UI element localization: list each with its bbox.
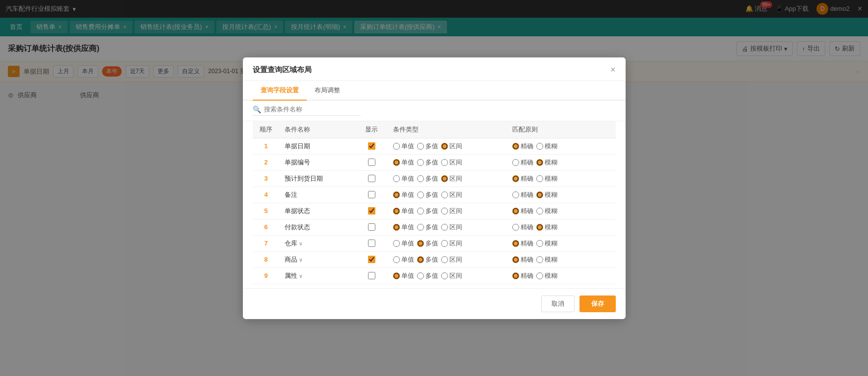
show-checkbox[interactable] (368, 175, 375, 182)
type-radio-单值[interactable] (393, 175, 400, 182)
show-checkbox[interactable] (368, 142, 375, 150)
type-option-区间[interactable]: 区间 (441, 142, 462, 151)
type-option-区间[interactable]: 区间 (441, 158, 462, 167)
type-radio-区间[interactable] (441, 191, 448, 198)
type-option-多值[interactable]: 多值 (417, 223, 438, 232)
show-checkbox[interactable] (368, 272, 375, 279)
type-radio-单值[interactable] (393, 272, 400, 279)
type-option-区间[interactable]: 区间 (441, 271, 462, 280)
match-radio-模糊[interactable] (536, 224, 543, 231)
type-radio-多值[interactable] (417, 208, 424, 215)
show-checkbox[interactable] (368, 191, 375, 198)
row-show[interactable] (355, 187, 388, 203)
match-option-精确[interactable]: 精确 (512, 158, 533, 167)
type-option-多值[interactable]: 多值 (417, 271, 438, 280)
type-option-区间[interactable]: 区间 (441, 255, 462, 264)
type-radio-多值[interactable] (417, 143, 424, 150)
type-radio-单值[interactable] (393, 159, 400, 166)
match-option-精确[interactable]: 精确 (512, 142, 533, 151)
tab-layout[interactable]: 布局调整 (307, 81, 348, 101)
type-radio-多值[interactable] (417, 240, 424, 247)
match-radio-精确[interactable] (512, 191, 519, 198)
match-radio-模糊[interactable] (536, 159, 543, 166)
match-option-模糊[interactable]: 模糊 (536, 255, 557, 264)
row-show[interactable] (355, 203, 388, 219)
row-show[interactable] (355, 251, 388, 268)
type-radio-区间[interactable] (441, 143, 448, 150)
match-option-精确[interactable]: 精确 (512, 174, 533, 183)
show-checkbox[interactable] (368, 256, 375, 263)
type-option-单值[interactable]: 单值 (393, 271, 414, 280)
type-option-多值[interactable]: 多值 (417, 158, 438, 167)
match-radio-精确[interactable] (512, 240, 519, 247)
type-option-区间[interactable]: 区间 (441, 207, 462, 215)
type-radio-多值[interactable] (417, 256, 424, 263)
type-radio-区间[interactable] (441, 224, 448, 231)
match-radio-精确[interactable] (512, 208, 519, 215)
search-input[interactable] (264, 106, 352, 113)
type-option-多值[interactable]: 多值 (417, 207, 438, 215)
match-radio-精确[interactable] (512, 159, 519, 166)
type-option-多值[interactable]: 多值 (417, 255, 438, 264)
type-option-单值[interactable]: 单值 (393, 174, 414, 183)
match-radio-模糊[interactable] (536, 143, 543, 150)
type-option-单值[interactable]: 单值 (393, 255, 414, 264)
match-radio-模糊[interactable] (536, 240, 543, 247)
match-radio-模糊[interactable] (536, 272, 543, 279)
modal-close-button[interactable]: × (610, 65, 616, 74)
type-option-区间[interactable]: 区间 (441, 239, 462, 248)
match-radio-精确[interactable] (512, 224, 519, 231)
match-option-精确[interactable]: 精确 (512, 271, 533, 280)
cancel-button[interactable]: 取消 (541, 295, 575, 312)
type-option-单值[interactable]: 单值 (393, 239, 414, 248)
match-option-模糊[interactable]: 模糊 (536, 223, 557, 232)
match-option-模糊[interactable]: 模糊 (536, 271, 557, 280)
type-option-单值[interactable]: 单值 (393, 190, 414, 199)
type-radio-单值[interactable] (393, 256, 400, 263)
match-option-模糊[interactable]: 模糊 (536, 239, 557, 248)
row-show[interactable] (355, 268, 388, 284)
type-option-区间[interactable]: 区间 (441, 174, 462, 183)
match-option-精确[interactable]: 精确 (512, 223, 533, 232)
type-radio-区间[interactable] (441, 256, 448, 263)
match-option-模糊[interactable]: 模糊 (536, 207, 557, 215)
row-show[interactable] (355, 138, 388, 154)
match-option-模糊[interactable]: 模糊 (536, 190, 557, 199)
row-show[interactable] (355, 284, 388, 288)
show-checkbox[interactable] (368, 240, 375, 247)
type-radio-单值[interactable] (393, 240, 400, 247)
row-show[interactable] (355, 154, 388, 170)
match-option-精确[interactable]: 精确 (512, 255, 533, 264)
type-radio-多值[interactable] (417, 175, 424, 182)
show-checkbox[interactable] (368, 223, 375, 231)
type-option-单值[interactable]: 单值 (393, 142, 414, 151)
type-radio-多值[interactable] (417, 272, 424, 279)
match-option-精确[interactable]: 精确 (512, 207, 533, 215)
match-option-精确[interactable]: 精确 (512, 190, 533, 199)
type-option-单值[interactable]: 单值 (393, 223, 414, 232)
type-radio-区间[interactable] (441, 240, 448, 247)
match-option-模糊[interactable]: 模糊 (536, 142, 557, 151)
match-radio-精确[interactable] (512, 256, 519, 263)
type-option-多值[interactable]: 多值 (417, 174, 438, 183)
match-option-模糊[interactable]: 模糊 (536, 158, 557, 167)
type-radio-多值[interactable] (417, 159, 424, 166)
match-radio-精确[interactable] (512, 175, 519, 182)
type-radio-区间[interactable] (441, 272, 448, 279)
type-radio-多值[interactable] (417, 191, 424, 198)
type-radio-区间[interactable] (441, 208, 448, 215)
match-radio-模糊[interactable] (536, 175, 543, 182)
match-radio-模糊[interactable] (536, 191, 543, 198)
type-radio-区间[interactable] (441, 159, 448, 166)
row-show[interactable] (355, 219, 388, 235)
type-option-区间[interactable]: 区间 (441, 223, 462, 232)
save-button[interactable]: 保存 (579, 295, 616, 312)
type-radio-多值[interactable] (417, 224, 424, 231)
match-option-模糊[interactable]: 模糊 (536, 174, 557, 183)
type-radio-单值[interactable] (393, 191, 400, 198)
match-radio-模糊[interactable] (536, 208, 543, 215)
match-option-精确[interactable]: 精确 (512, 239, 533, 248)
type-option-多值[interactable]: 多值 (417, 190, 438, 199)
type-option-区间[interactable]: 区间 (441, 190, 462, 199)
type-radio-区间[interactable] (441, 175, 448, 182)
